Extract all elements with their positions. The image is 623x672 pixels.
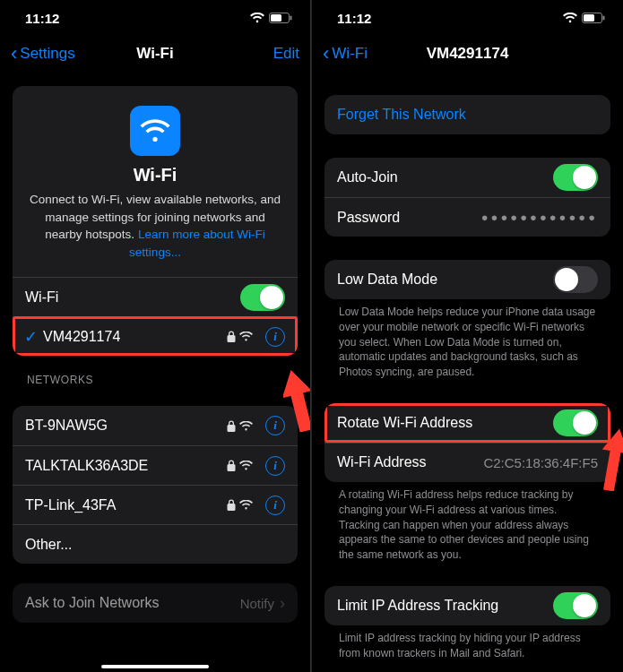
low-data-row: Low Data Mode bbox=[324, 260, 610, 299]
low-data-card: Low Data Mode bbox=[324, 260, 610, 299]
hero-title: Wi-Fi bbox=[29, 165, 281, 185]
svg-rect-1 bbox=[271, 14, 281, 22]
network-name: TALKTALK36A3DE bbox=[25, 458, 227, 474]
signal-icon bbox=[239, 461, 253, 470]
status-icons bbox=[250, 13, 292, 23]
wifi-master-toggle-row: Wi-Fi bbox=[13, 277, 298, 316]
edit-button[interactable]: Edit bbox=[273, 45, 299, 63]
low-data-note: Low Data Mode helps reduce your iPhone d… bbox=[324, 299, 610, 389]
other-network-row[interactable]: Other... bbox=[13, 524, 298, 564]
highlight-arrow-icon bbox=[283, 369, 311, 432]
network-name: BT-9NAW5G bbox=[25, 418, 227, 434]
low-data-label: Low Data Mode bbox=[337, 271, 553, 288]
battery-icon bbox=[269, 13, 292, 23]
learn-more-link[interactable]: Learn more about Wi-Fi settings... bbox=[129, 228, 265, 259]
home-indicator[interactable] bbox=[101, 665, 209, 668]
rotate-note: A rotating Wi-Fi address helps reduce tr… bbox=[324, 482, 610, 572]
address-card: Rotate Wi-Fi Address Wi-Fi Address C2:C5… bbox=[324, 403, 610, 482]
lock-icon bbox=[227, 460, 236, 471]
phone-network-detail: 11:12 ‹Wi-Fi VM4291174 Forget This Netwo… bbox=[312, 0, 623, 672]
lock-icon bbox=[227, 499, 236, 511]
status-bar: 11:12 bbox=[0, 0, 310, 36]
forget-label: Forget This Network bbox=[337, 107, 598, 123]
low-data-toggle[interactable] bbox=[553, 266, 598, 293]
auto-join-toggle[interactable] bbox=[553, 164, 598, 191]
wifi-icon bbox=[250, 13, 264, 23]
limit-tracking-toggle[interactable] bbox=[553, 592, 598, 619]
password-row[interactable]: Password ●●●●●●●●●●●● bbox=[324, 197, 610, 237]
svg-rect-5 bbox=[603, 16, 605, 21]
networks-header: NETWORKS bbox=[13, 356, 298, 392]
chevron-right-icon: › bbox=[280, 594, 285, 613]
other-label: Other... bbox=[25, 537, 285, 553]
limit-note: Limit IP address tracking by hiding your… bbox=[324, 625, 610, 670]
limit-label: Limit IP Address Tracking bbox=[337, 598, 553, 614]
ask-value: Notify bbox=[240, 596, 274, 611]
wifi-address-row: Wi-Fi Address C2:C5:18:36:4F:F5 bbox=[324, 443, 610, 482]
signal-icon bbox=[239, 500, 253, 510]
back-label: Wi-Fi bbox=[332, 45, 368, 63]
highlight-arrow-icon bbox=[601, 428, 623, 491]
rotate-label: Rotate Wi-Fi Address bbox=[337, 415, 553, 431]
svg-rect-2 bbox=[290, 16, 292, 21]
status-bar: 11:12 bbox=[312, 0, 623, 36]
join-card: Auto-Join Password ●●●●●●●●●●●● bbox=[324, 158, 610, 237]
limit-tracking-row: Limit IP Address Tracking bbox=[324, 586, 610, 625]
info-icon[interactable]: i bbox=[265, 456, 285, 476]
wifi-address-value: C2:C5:18:36:4F:F5 bbox=[483, 455, 598, 470]
forget-card: Forget This Network bbox=[324, 95, 610, 134]
info-icon[interactable]: i bbox=[265, 416, 285, 435]
wifi-icon bbox=[563, 13, 577, 23]
ask-to-join-row[interactable]: Ask to Join Networks Notify › bbox=[13, 583, 298, 623]
status-icons bbox=[563, 13, 605, 23]
limit-card: Limit IP Address Tracking bbox=[324, 586, 610, 625]
connected-network-row[interactable]: ✓ VM4291174 i bbox=[13, 316, 298, 356]
lock-icon bbox=[227, 420, 236, 432]
wifi-label: Wi-Fi bbox=[25, 289, 240, 306]
wifi-address-label: Wi-Fi Address bbox=[337, 454, 483, 470]
wifi-hero-icon bbox=[130, 106, 180, 156]
info-icon[interactable]: i bbox=[265, 327, 285, 347]
network-row[interactable]: BT-9NAW5G i bbox=[13, 406, 298, 445]
networks-list: BT-9NAW5G i TALKTALK36A3DE i TP-Link_43F… bbox=[13, 406, 298, 564]
password-label: Password bbox=[337, 210, 481, 226]
password-value: ●●●●●●●●●●●● bbox=[481, 211, 598, 224]
phone-wifi-settings: 11:12 ‹Settings Wi-Fi Edit Wi-Fi Connect… bbox=[0, 0, 311, 672]
check-icon: ✓ bbox=[22, 327, 39, 347]
hero-card: Wi-Fi Connect to Wi-Fi, view available n… bbox=[13, 86, 298, 356]
chevron-left-icon: ‹ bbox=[323, 44, 329, 64]
status-time: 11:12 bbox=[337, 11, 371, 26]
back-button[interactable]: ‹Settings bbox=[11, 44, 75, 64]
rotate-address-toggle[interactable] bbox=[553, 409, 598, 436]
auto-join-row: Auto-Join bbox=[324, 158, 610, 197]
lock-icon bbox=[227, 331, 236, 342]
network-row[interactable]: TALKTALK36A3DE i bbox=[13, 445, 298, 485]
hero-text: Connect to Wi-Fi, view available network… bbox=[29, 191, 281, 261]
nav-bar: ‹Wi-Fi VM4291174 bbox=[312, 36, 623, 72]
signal-icon bbox=[239, 332, 253, 341]
wifi-toggle[interactable] bbox=[240, 284, 285, 311]
battery-icon bbox=[582, 13, 605, 23]
signal-icon bbox=[239, 421, 253, 431]
network-row[interactable]: TP-Link_43FA i bbox=[13, 485, 298, 524]
ask-label: Ask to Join Networks bbox=[25, 595, 240, 611]
auto-join-label: Auto-Join bbox=[337, 169, 553, 185]
forget-network-button[interactable]: Forget This Network bbox=[324, 95, 610, 134]
ask-to-join-card: Ask to Join Networks Notify › bbox=[13, 583, 298, 623]
connected-network-name: VM4291174 bbox=[43, 329, 227, 345]
back-button[interactable]: ‹Wi-Fi bbox=[323, 44, 368, 64]
nav-bar: ‹Settings Wi-Fi Edit bbox=[0, 36, 310, 72]
network-name: TP-Link_43FA bbox=[25, 497, 227, 513]
status-time: 11:12 bbox=[25, 11, 59, 26]
rotate-address-row: Rotate Wi-Fi Address bbox=[324, 403, 610, 443]
svg-rect-4 bbox=[584, 14, 594, 22]
chevron-left-icon: ‹ bbox=[11, 44, 17, 64]
back-label: Settings bbox=[20, 45, 74, 63]
info-icon[interactable]: i bbox=[265, 495, 285, 515]
